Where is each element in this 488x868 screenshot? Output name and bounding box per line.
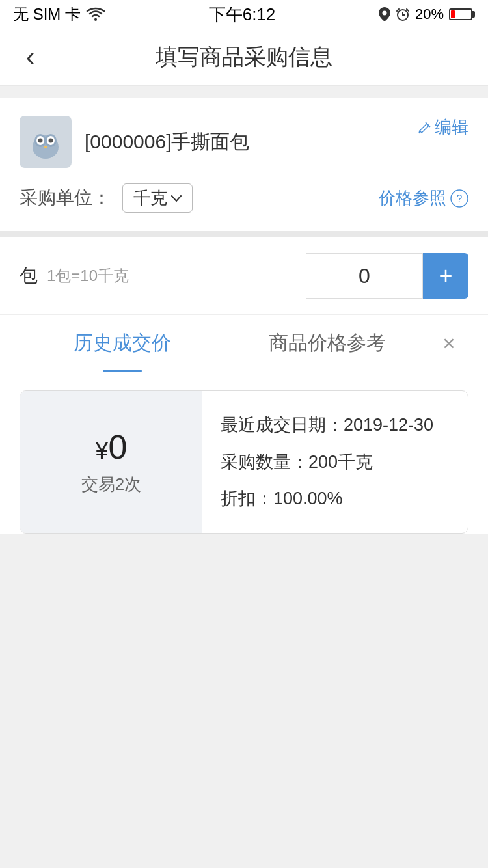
tab-history-price[interactable]: 历史成交价 — [20, 315, 224, 372]
status-bar: 无 SIM 卡 下午6:12 20% — [0, 0, 488, 29]
section-divider — [0, 231, 488, 237]
status-time: 下午6:12 — [209, 3, 276, 26]
product-card: [0000006]手撕面包 编辑 采购单位： 千克 价格参照 — [0, 98, 488, 231]
product-unit-row: 采购单位： 千克 价格参照 ? — [20, 183, 468, 213]
quantity-row: 包 1包=10千克 0 + — [0, 237, 488, 315]
price-value: 0 — [109, 428, 128, 466]
svg-line-16 — [419, 131, 420, 133]
location-icon — [379, 7, 390, 21]
recent-date-label: 最近成交日期： — [221, 415, 344, 435]
svg-point-0 — [94, 18, 97, 21]
svg-line-5 — [397, 9, 399, 11]
svg-text:?: ? — [457, 193, 463, 204]
history-card: ¥0 交易2次 最近成交日期：2019-12-30 采购数量：200千克 折扣：… — [20, 390, 468, 534]
back-button[interactable]: ‹ — [20, 36, 41, 78]
svg-line-6 — [407, 9, 409, 11]
status-right: 20% — [379, 6, 475, 23]
history-price-section: ¥0 交易2次 — [20, 391, 202, 533]
owl-icon — [26, 122, 65, 161]
page-title: 填写商品采购信息 — [156, 42, 332, 72]
qty-controls: 0 + — [306, 253, 468, 299]
tab-product-label: 商品价格参考 — [269, 330, 386, 357]
tabs-header: 历史成交价 商品价格参考 × — [0, 315, 488, 372]
unit-section: 采购单位： 千克 — [20, 183, 193, 213]
unit-value: 千克 — [133, 187, 167, 210]
discount-label: 折扣： — [221, 489, 273, 508]
status-left: 无 SIM 卡 — [13, 4, 105, 25]
edit-label: 编辑 — [435, 116, 468, 139]
nav-bar: ‹ 填写商品采购信息 — [0, 29, 488, 86]
chevron-down-icon — [171, 195, 182, 202]
tab-product-price[interactable]: 商品价格参考 — [224, 315, 429, 372]
history-details-section: 最近成交日期：2019-12-30 采购数量：200千克 折扣：100.00% — [202, 391, 468, 533]
price-ref-label: 价格参照 — [379, 187, 446, 210]
svg-point-1 — [382, 11, 386, 16]
discount-value: 100.00% — [273, 489, 343, 508]
edit-icon — [418, 120, 432, 135]
purchase-qty-row: 采购数量：200千克 — [221, 449, 450, 476]
qty-unit-info: 包 1包=10千克 — [20, 264, 129, 288]
qty-value: 0 — [359, 264, 370, 288]
wifi-icon — [86, 7, 105, 21]
alarm-icon — [396, 7, 410, 21]
purchase-qty-value: 200千克 — [308, 452, 373, 472]
currency-symbol: ¥ — [96, 437, 109, 464]
tabs-section: 历史成交价 商品价格参考 × ¥0 交易2次 最近成交日期：2019-12-30… — [0, 315, 488, 534]
svg-point-12 — [38, 139, 43, 143]
qty-input[interactable]: 0 — [306, 253, 423, 299]
svg-point-14 — [44, 146, 47, 148]
main-content — [0, 552, 488, 869]
unit-select[interactable]: 千克 — [122, 183, 193, 213]
tab-close-button[interactable]: × — [429, 324, 468, 363]
unit-label: 采购单位： — [20, 187, 111, 208]
battery-icon — [449, 8, 475, 20]
svg-point-13 — [49, 139, 53, 143]
purchase-qty-label: 采购数量： — [221, 452, 308, 472]
carrier-text: 无 SIM 卡 — [13, 4, 81, 25]
tab-history-label: 历史成交价 — [74, 330, 171, 357]
history-price-display: ¥0 — [96, 427, 128, 467]
product-header: [0000006]手撕面包 编辑 — [20, 116, 468, 168]
price-ref-button[interactable]: 价格参照 ? — [379, 187, 468, 210]
qty-unit-hint: 1包=10千克 — [47, 265, 129, 286]
product-left: [0000006]手撕面包 — [20, 116, 249, 168]
recent-date-value: 2019-12-30 — [344, 415, 433, 435]
product-name: [0000006]手撕面包 — [85, 129, 249, 156]
help-icon: ? — [450, 189, 468, 208]
recent-date-row: 最近成交日期：2019-12-30 — [221, 412, 450, 439]
battery-percent: 20% — [415, 6, 444, 23]
edit-button[interactable]: 编辑 — [418, 116, 468, 139]
history-trades-count: 交易2次 — [81, 473, 141, 496]
discount-row: 折扣：100.00% — [221, 485, 450, 512]
product-thumbnail — [20, 116, 72, 168]
qty-unit-badge: 包 — [20, 264, 38, 288]
qty-plus-button[interactable]: + — [423, 253, 468, 299]
